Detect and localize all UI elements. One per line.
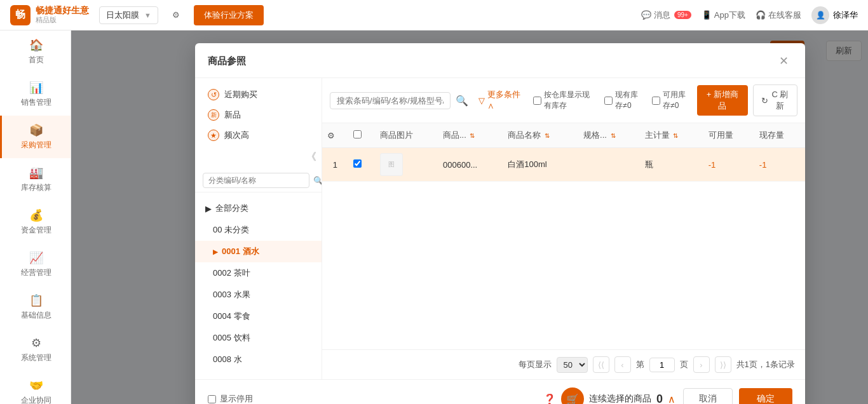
total-label: 共1页，1条记录 bbox=[736, 359, 795, 370]
trial-button[interactable]: 体验行业方案 bbox=[194, 5, 264, 25]
refresh-button[interactable]: ↻ C 刷新 bbox=[753, 84, 797, 116]
page-suffix: 页 bbox=[680, 359, 688, 370]
recent-label: 近期购买 bbox=[224, 89, 257, 100]
select-all-checkbox[interactable] bbox=[353, 130, 362, 138]
category-appliances[interactable]: 0010 家电 bbox=[195, 370, 322, 373]
first-page-button[interactable]: ⟨⟨ bbox=[593, 356, 609, 373]
help-icon[interactable]: ❓ bbox=[543, 393, 556, 405]
cancel-button[interactable]: 取消 bbox=[683, 388, 733, 404]
filter-recent[interactable]: ↺ 近期购买 bbox=[203, 84, 314, 105]
cart-collapse-icon[interactable]: ∧ bbox=[668, 393, 675, 405]
product-table-wrap: ⚙ 商品图片 商品... ⇅ 商品名称 ⇅ bbox=[322, 123, 805, 349]
logo-area: 畅 畅捷通好生意 精品版 bbox=[10, 5, 89, 25]
name-sort-icon[interactable]: ⇅ bbox=[545, 132, 550, 139]
store-selector[interactable]: 日太阳膜 ▼ bbox=[99, 6, 158, 24]
available-stock-checkbox[interactable]: 现有库存≠0 bbox=[604, 90, 644, 111]
home-icon: 🏠 bbox=[29, 38, 43, 52]
sidebar-item-sales[interactable]: 📊 销售管理 bbox=[0, 73, 71, 116]
sidebar-item-basic[interactable]: 📋 基础信息 bbox=[0, 286, 71, 328]
main-layout: 🏠 首页 📊 销售管理 📦 采购管理 🏭 库存核算 💰 资金管理 📈 经营管理 … bbox=[0, 30, 868, 404]
page-number-input[interactable] bbox=[649, 358, 675, 372]
row-spec bbox=[578, 148, 640, 182]
category-uncategorized[interactable]: 00 未分类 bbox=[195, 219, 322, 241]
sidebar-label-system: 系统管理 bbox=[21, 353, 51, 363]
modal-title: 商品参照 bbox=[208, 55, 246, 67]
category-water[interactable]: 0008 水 bbox=[195, 349, 322, 370]
sidebar-label-sales: 销售管理 bbox=[21, 97, 51, 108]
dropdown-arrow-icon: ▼ bbox=[144, 11, 151, 19]
page-size-label: 每页显示 bbox=[519, 359, 552, 370]
product-search-icon[interactable]: 🔍 bbox=[456, 95, 468, 107]
category-search-icon[interactable]: 🔍 bbox=[313, 176, 322, 185]
code-sort-icon[interactable]: ⇅ bbox=[470, 132, 475, 139]
freq-label: 频次高 bbox=[224, 130, 249, 141]
row-no: 1 bbox=[322, 148, 348, 182]
category-all[interactable]: ▶ 全部分类 bbox=[195, 198, 322, 219]
cart-label: 连续选择的商品 bbox=[589, 393, 651, 404]
cart-area: ❓ 🛒 连续选择的商品 0 ∧ bbox=[543, 387, 675, 404]
table-row[interactable]: 1 图 bbox=[322, 148, 805, 182]
modal-header: 商品参照 ✕ bbox=[195, 43, 805, 78]
left-panel: ↺ 近期购买 新 新品 ★ 频次高 《 bbox=[195, 78, 322, 379]
headset-icon: 🎧 bbox=[756, 10, 766, 20]
category-drinks[interactable]: 0005 饮料 bbox=[195, 327, 322, 349]
col-checkbox bbox=[348, 123, 375, 148]
content-area: 查询 设置 刷新 商品参照 ✕ ↺ 近期购买 bbox=[71, 30, 868, 404]
show-disabled-checkbox[interactable] bbox=[208, 395, 216, 403]
new-label: 新品 bbox=[224, 109, 241, 121]
warehouse-stock-checkbox[interactable]: 按仓库显示现有库存 bbox=[533, 90, 597, 111]
product-image: 图 bbox=[380, 153, 403, 176]
prev-page-button[interactable]: ‹ bbox=[614, 356, 631, 373]
sidebar-label-inventory: 库存核算 bbox=[21, 182, 51, 193]
sidebar-item-system[interactable]: ⚙ 系统管理 bbox=[0, 328, 71, 371]
sidebar-item-enterprise[interactable]: 🤝 企业协同 bbox=[0, 371, 71, 404]
category-search-input[interactable] bbox=[203, 173, 309, 188]
right-panel: 🔍 ▽ 更多条件 ∧ 按仓库显示现有库存 bbox=[322, 78, 805, 379]
unit-sort-icon[interactable]: ⇅ bbox=[673, 132, 678, 139]
message-button[interactable]: 💬 消息 99+ bbox=[641, 10, 691, 21]
category-snacks[interactable]: 0004 零食 bbox=[195, 306, 322, 327]
page-label: 第 bbox=[636, 359, 644, 370]
product-search-input[interactable] bbox=[330, 92, 451, 109]
category-liquor[interactable]: ▶ 0001 酒水 bbox=[195, 241, 322, 262]
usable-stock-checkbox[interactable]: 可用库存≠0 bbox=[652, 90, 692, 111]
collapse-button[interactable]: 《 bbox=[195, 151, 322, 169]
modal-close-button[interactable]: ✕ bbox=[775, 52, 792, 70]
filter-frequent[interactable]: ★ 频次高 bbox=[203, 125, 314, 145]
category-tea[interactable]: 0002 茶叶 bbox=[195, 262, 322, 284]
topbar-right: 💬 消息 99+ 📱 App下载 🎧 在线客服 👤 徐泽华 bbox=[641, 6, 858, 24]
sidebar-item-inventory[interactable]: 🏭 库存核算 bbox=[0, 158, 71, 201]
confirm-button[interactable]: 确定 bbox=[739, 388, 792, 404]
sidebar-item-purchase[interactable]: 📦 采购管理 bbox=[0, 116, 71, 158]
category-fruits[interactable]: 0003 水果 bbox=[195, 284, 322, 306]
product-reference-modal: 商品参照 ✕ ↺ 近期购买 新 新品 bbox=[195, 43, 805, 404]
next-page-button[interactable]: › bbox=[693, 356, 710, 373]
topbar: 畅 畅捷通好生意 精品版 日太阳膜 ▼ ⚙ 体验行业方案 💬 消息 99+ 📱 … bbox=[0, 0, 868, 30]
row-avail: -1 bbox=[703, 148, 754, 182]
last-page-button[interactable]: ⟩⟩ bbox=[715, 356, 731, 373]
filter-new[interactable]: 新 新品 bbox=[203, 105, 314, 125]
finance-icon: 💰 bbox=[29, 208, 43, 222]
page-size-select[interactable]: 50 bbox=[557, 357, 588, 373]
category-list: ▶ 全部分类 00 未分类 ▶ 0001 酒水 0002 茶叶 bbox=[195, 198, 322, 373]
show-disabled-checkbox-label[interactable]: 显示停用 bbox=[208, 393, 253, 404]
app-download-button[interactable]: 📱 App下载 bbox=[702, 10, 745, 21]
settings-icon[interactable]: ⚙ bbox=[166, 5, 186, 25]
freq-icon: ★ bbox=[208, 130, 219, 141]
col-unit: 主计量 ⇅ bbox=[640, 123, 703, 148]
cart-button[interactable]: 🛒 bbox=[561, 387, 584, 404]
spec-sort-icon[interactable]: ⇅ bbox=[611, 132, 616, 139]
collapse-icon: 《 bbox=[306, 151, 316, 164]
product-toolbar: 🔍 ▽ 更多条件 ∧ 按仓库显示现有库存 bbox=[322, 78, 805, 123]
row-img-cell: 图 bbox=[375, 148, 438, 182]
row-checkbox[interactable] bbox=[353, 159, 362, 168]
add-product-button[interactable]: + 新增商品 bbox=[697, 85, 748, 116]
sidebar-item-home[interactable]: 🏠 首页 bbox=[0, 30, 71, 73]
sidebar-item-finance[interactable]: 💰 资金管理 bbox=[0, 201, 71, 243]
online-service-button[interactable]: 🎧 在线客服 bbox=[756, 10, 801, 21]
more-filter-button[interactable]: ▽ 更多条件 ∧ bbox=[473, 86, 526, 115]
sidebar-item-operations[interactable]: 📈 经营管理 bbox=[0, 243, 71, 286]
user-area[interactable]: 👤 徐泽华 bbox=[811, 6, 858, 24]
cart-count: 0 bbox=[656, 393, 663, 405]
logo-sub: 精品版 bbox=[36, 15, 89, 25]
